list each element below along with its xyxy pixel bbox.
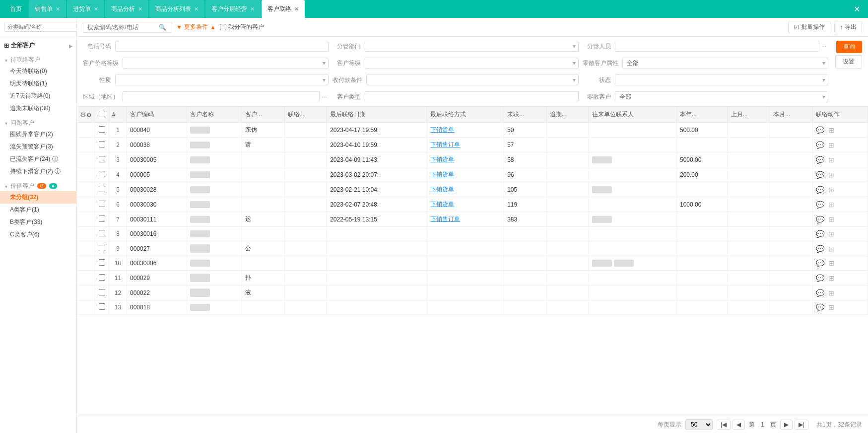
- td-last-way[interactable]: 下销售订单: [427, 212, 504, 227]
- chat-icon[interactable]: 💬: [816, 289, 824, 297]
- td-last-way[interactable]: [427, 241, 504, 256]
- td-check[interactable]: [95, 227, 109, 241]
- tab-customer-tiering[interactable]: 客户分层经营 ✕: [205, 0, 261, 18]
- page-size-select[interactable]: 50 100: [685, 419, 713, 430]
- chat-icon[interactable]: 💬: [816, 245, 824, 253]
- col-check[interactable]: [95, 107, 109, 123]
- qr-icon[interactable]: ⊞: [828, 259, 834, 267]
- sidebar-item-class-b[interactable]: B类客户(33): [0, 216, 76, 228]
- payment-select[interactable]: [366, 74, 578, 85]
- col-contact[interactable]: 联络...: [284, 107, 327, 123]
- chat-icon[interactable]: 💬: [816, 141, 824, 149]
- select-all-checkbox[interactable]: [99, 111, 105, 117]
- td-check[interactable]: [95, 182, 109, 197]
- col-last-contact-way[interactable]: 最后联络方式: [427, 107, 504, 123]
- customer-level-select[interactable]: [365, 58, 578, 69]
- my-customer-checkbox[interactable]: [220, 24, 226, 30]
- reset-button[interactable]: 设置: [835, 55, 862, 69]
- td-last-way[interactable]: 下销货单: [427, 197, 504, 212]
- sidebar-item-today-pending[interactable]: 今天待联络(0): [0, 65, 76, 77]
- sidebar-item-tomorrow-pending[interactable]: 明天待联络(1): [0, 77, 76, 90]
- td-check[interactable]: [95, 271, 109, 286]
- col-c3[interactable]: 客户...: [242, 107, 284, 123]
- sidebar-item-abnormal-hoarding[interactable]: 囤购异常客户(2): [0, 128, 76, 141]
- price-level-select[interactable]: [123, 58, 329, 69]
- chat-icon[interactable]: 💬: [816, 274, 824, 282]
- chat-icon[interactable]: 💬: [816, 216, 824, 223]
- chat-icon[interactable]: 💬: [816, 259, 824, 267]
- qr-icon[interactable]: ⊞: [828, 245, 834, 253]
- sidebar-all-customer[interactable]: ⊞ 全部客户: [0, 38, 76, 53]
- qr-icon[interactable]: ⊞: [828, 230, 834, 238]
- last-way-link[interactable]: 下销售订单: [430, 141, 460, 148]
- row-checkbox[interactable]: [99, 186, 105, 192]
- more-conditions-button[interactable]: ▼ 更多条件 ▲: [176, 23, 216, 31]
- col-overdue[interactable]: 逾期...: [546, 107, 589, 123]
- sidebar-item-churn-warning[interactable]: 流失预警客户(3): [0, 141, 76, 153]
- qr-icon[interactable]: ⊞: [828, 303, 834, 311]
- td-last-way[interactable]: 下销货单: [427, 123, 504, 138]
- value-group-header[interactable]: 价值客户 ↺ ●: [0, 180, 76, 191]
- first-page-button[interactable]: |◀: [717, 420, 731, 430]
- row-checkbox[interactable]: [99, 201, 105, 207]
- chat-icon[interactable]: 💬: [816, 126, 824, 134]
- chat-icon[interactable]: 💬: [816, 156, 824, 164]
- td-check[interactable]: [95, 138, 109, 152]
- row-checkbox[interactable]: [99, 156, 105, 162]
- close-all-tabs-button[interactable]: ✕: [850, 4, 864, 14]
- td-check[interactable]: [95, 300, 109, 315]
- prev-page-button[interactable]: ◀: [733, 420, 745, 430]
- tab-sales-order[interactable]: 销售单 ✕: [29, 0, 66, 18]
- chat-icon[interactable]: 💬: [816, 303, 824, 311]
- export-button[interactable]: ↑ 导出: [834, 21, 862, 33]
- qr-icon[interactable]: ⊞: [828, 156, 834, 164]
- tab-product-analysis[interactable]: 商品分析 ✕: [105, 0, 148, 18]
- next-page-button[interactable]: ▶: [780, 420, 793, 430]
- chat-icon[interactable]: 💬: [816, 201, 824, 209]
- td-check[interactable]: [95, 197, 109, 212]
- dept-select[interactable]: [365, 41, 578, 52]
- td-check[interactable]: [95, 167, 109, 182]
- row-checkbox[interactable]: [99, 289, 105, 295]
- main-search-input[interactable]: [87, 24, 157, 31]
- sidebar-item-class-c[interactable]: C类客户(6): [0, 228, 76, 241]
- col-year-amount[interactable]: 本年...: [676, 107, 728, 123]
- settings-icon[interactable]: ⚙: [80, 112, 92, 119]
- qr-icon[interactable]: ⊞: [828, 201, 834, 209]
- sparse-attr-select[interactable]: 全部: [622, 58, 828, 69]
- col-this-month[interactable]: 本月...: [770, 107, 813, 123]
- close-product-analysis-icon[interactable]: ✕: [138, 6, 142, 12]
- row-checkbox[interactable]: [99, 216, 105, 222]
- col-last-contact-date[interactable]: 最后联络日期: [327, 107, 427, 123]
- last-way-link[interactable]: 下销售订单: [430, 216, 460, 222]
- last-way-link[interactable]: 下销货单: [430, 126, 454, 133]
- tab-purchase-order[interactable]: 进货单 ✕: [67, 0, 104, 18]
- last-way-link[interactable]: 下销货单: [430, 186, 454, 193]
- tab-customer-contact[interactable]: 客户联络 ✕: [262, 0, 305, 18]
- nature-select[interactable]: [115, 74, 329, 85]
- col-uncontact[interactable]: 未联...: [504, 107, 547, 123]
- qr-icon[interactable]: ⊞: [828, 126, 834, 134]
- sparse-customer-select[interactable]: 全部: [615, 91, 828, 102]
- close-purchase-order-icon[interactable]: ✕: [94, 6, 98, 12]
- batch-operation-button[interactable]: ☑ 批量操作: [788, 21, 830, 33]
- td-check[interactable]: [95, 123, 109, 138]
- sidebar-item-declining[interactable]: 持续下滑客户(2) ⓘ: [0, 165, 76, 178]
- qr-icon[interactable]: ⊞: [828, 186, 834, 194]
- td-last-way[interactable]: [427, 300, 504, 315]
- sidebar-item-7day-pending[interactable]: 近7天待联络(0): [0, 90, 76, 102]
- qr-icon[interactable]: ⊞: [828, 216, 834, 223]
- td-last-way[interactable]: 下销货单: [427, 167, 504, 182]
- col-customer-name[interactable]: 客户名称: [187, 107, 242, 123]
- row-checkbox[interactable]: [99, 245, 105, 251]
- tab-product-analysis-list[interactable]: 商品分析列表 ✕: [149, 0, 204, 18]
- close-sales-order-icon[interactable]: ✕: [56, 6, 60, 12]
- row-checkbox[interactable]: [99, 259, 105, 266]
- td-last-way[interactable]: 下销货单: [427, 152, 504, 167]
- td-check[interactable]: [95, 241, 109, 256]
- qr-icon[interactable]: ⊞: [828, 171, 834, 179]
- row-checkbox[interactable]: [99, 274, 105, 281]
- sidebar-item-class-a[interactable]: A类客户(1): [0, 204, 76, 216]
- close-customer-tiering-icon[interactable]: ✕: [250, 6, 255, 12]
- qr-icon[interactable]: ⊞: [828, 289, 834, 297]
